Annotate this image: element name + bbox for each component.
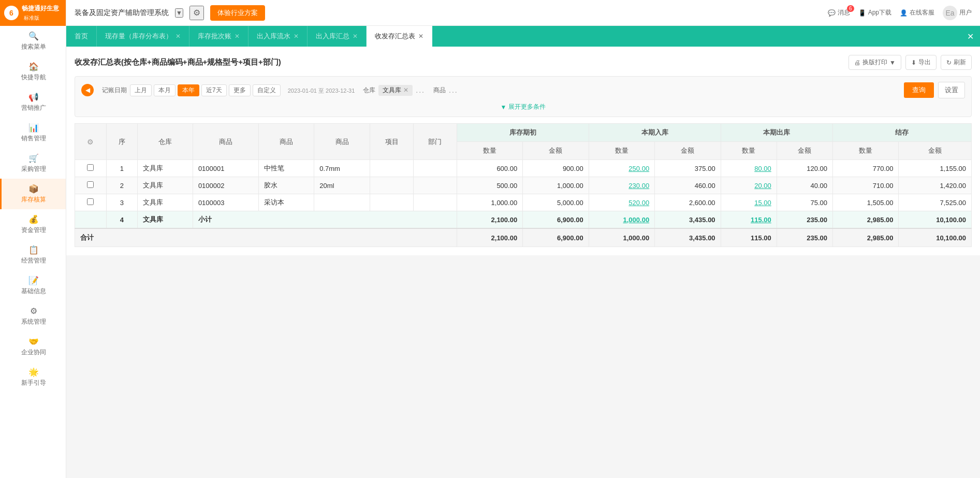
- query-button[interactable]: 查询: [904, 82, 934, 98]
- row-in-qty-0[interactable]: 250.00: [589, 160, 654, 177]
- expand-conditions-btn[interactable]: ▼ 展开更多条件: [81, 103, 965, 111]
- sidebar-item-search[interactable]: 🔍搜索菜单: [0, 26, 66, 56]
- subtotal-label: 小计: [193, 211, 457, 229]
- date-btn-this-year[interactable]: 本年: [178, 84, 199, 96]
- sidebar-item-inventory[interactable]: 📦库存核算: [0, 179, 66, 209]
- sidebar-label-basic-info: 基础信息: [21, 287, 46, 296]
- subtotal-in-qty[interactable]: 1,000.00: [589, 211, 654, 229]
- tab-receive-send-summary[interactable]: 收发存汇总表✕: [367, 26, 432, 47]
- tab-batch-account[interactable]: 库存批次账✕: [189, 26, 248, 47]
- warehouse-tag-close[interactable]: ✕: [403, 86, 408, 94]
- print-icon: 🖨: [854, 59, 860, 66]
- tab-in-out-flow[interactable]: 出入库流水✕: [248, 26, 308, 47]
- download-icon: 📱: [858, 9, 866, 17]
- row-in-qty-1[interactable]: 230.00: [589, 177, 654, 194]
- col-goods-name-header: 商品: [259, 124, 314, 160]
- row-out-qty-1[interactable]: 20.00: [721, 177, 777, 194]
- message-action[interactable]: 💬 消息 6: [828, 8, 850, 17]
- total-label: 合计: [75, 228, 457, 247]
- row-checkbox-0[interactable]: [75, 160, 107, 177]
- col-closing-header: 结存: [832, 124, 971, 142]
- date-btn-7days[interactable]: 近7天: [201, 84, 227, 96]
- row-out-amt-1: 40.00: [777, 177, 832, 194]
- row-checkbox-1[interactable]: [75, 177, 107, 194]
- date-btn-custom[interactable]: 自定义: [253, 84, 281, 96]
- tab-close-batch-account[interactable]: ✕: [235, 33, 240, 40]
- refresh-button[interactable]: ↻ 刷新: [941, 55, 972, 70]
- date-btn-more[interactable]: 更多: [229, 84, 251, 96]
- sidebar-logo: 6 畅捷通好生意 标准版: [0, 0, 66, 26]
- date-btn-this-month[interactable]: 本月: [154, 84, 175, 96]
- sidebar-item-system[interactable]: ⚙系统管理: [0, 301, 66, 331]
- goods-filter: 商品 ...: [433, 86, 458, 95]
- tab-close-receive-send-summary[interactable]: ✕: [418, 33, 423, 40]
- row-project-0: [370, 160, 414, 177]
- search-icon: 🔍: [28, 31, 39, 41]
- row-out-amt-2: 75.00: [777, 194, 832, 211]
- row-checkbox-2[interactable]: [75, 194, 107, 211]
- sidebar-label-enterprise: 企业协同: [21, 348, 46, 357]
- avatar: Ea: [943, 6, 957, 20]
- sidebar-item-quick-nav[interactable]: 🏠快捷导航: [0, 56, 66, 87]
- online-service-action[interactable]: 👤 在线客服: [900, 8, 934, 17]
- user-action[interactable]: Ea 用户: [943, 6, 972, 20]
- app-download-action[interactable]: 📱 App下载: [858, 8, 891, 17]
- tab-close-in-out-summary[interactable]: ✕: [353, 33, 358, 40]
- col-goods-code-header: 商品: [193, 124, 259, 160]
- tab-inventory-dist[interactable]: 现存量（库存分布表）✕: [97, 26, 189, 47]
- tab-bar-close[interactable]: ✕: [961, 32, 980, 41]
- table-row: 1 文具库 0100001 中性笔 0.7mm 600.00 900.00 25…: [75, 160, 972, 177]
- system-dropdown[interactable]: ▼: [175, 8, 183, 18]
- system-icon: ⚙: [30, 306, 37, 316]
- filter-settings-button[interactable]: 设置: [938, 82, 965, 98]
- sidebar-label-sales: 销售管理: [21, 134, 46, 143]
- header-left: 装备及固定资产辅助管理系统 ▼ ⚙ 体验行业方案: [75, 5, 265, 21]
- table-container: ⚙ 序 仓库 商品 商品 商品 项目 部门 库存期初 本期入库: [75, 123, 972, 247]
- row-close-amt-0: 1,155.00: [899, 160, 972, 177]
- row-out-qty-0[interactable]: 80.00: [721, 160, 777, 177]
- subtotal-out-amt: 235.00: [777, 211, 832, 229]
- subtotal-close-amt: 10,100.00: [899, 211, 972, 229]
- tab-in-out-summary[interactable]: 出入库汇总✕: [308, 26, 367, 47]
- title-actions: 🖨 换版打印 ▼ ⬇ 导出 ↻ 刷新: [849, 55, 972, 70]
- date-filter: 记账日期 上月 本月 本年 近7天 更多 自定义 2023-01-01 至 20…: [102, 84, 355, 96]
- warehouse-ellipsis[interactable]: ...: [416, 86, 425, 94]
- col-goods-spec-header: 商品: [314, 124, 370, 160]
- col-out-amt-header: 金额: [777, 142, 832, 160]
- export-button[interactable]: ⬇ 导出: [905, 55, 937, 70]
- goods-ellipsis[interactable]: ...: [449, 86, 458, 94]
- sidebar-label-inventory: 库存核算: [21, 195, 46, 204]
- sidebar-item-enterprise[interactable]: 🤝企业协同: [0, 331, 66, 362]
- sidebar-item-marketing[interactable]: 📢营销推广: [0, 87, 66, 118]
- logo-text: 畅捷通好生意 标准版: [22, 4, 59, 22]
- date-buttons: 上月 本月 本年 近7天 更多 自定义: [130, 84, 281, 96]
- row-in-qty-2[interactable]: 520.00: [589, 194, 654, 211]
- row-open-amt-1: 1,000.00: [523, 177, 589, 194]
- table-settings-icon[interactable]: ⚙: [87, 138, 94, 146]
- total-out-amt: 235.00: [777, 228, 832, 247]
- subtotal-checkbox: [75, 211, 107, 229]
- settings-icon-btn[interactable]: ⚙: [189, 6, 204, 20]
- sidebar-item-business[interactable]: 📋经营管理: [0, 240, 66, 270]
- sidebar-item-sales[interactable]: 📊销售管理: [0, 118, 66, 148]
- tab-close-inventory-dist[interactable]: ✕: [175, 33, 181, 40]
- sidebar-item-purchase[interactable]: 🛒采购管理: [0, 148, 66, 179]
- subtotal-out-qty[interactable]: 115.00: [721, 211, 777, 229]
- trial-button[interactable]: 体验行业方案: [210, 5, 265, 21]
- row-warehouse-1: 文具库: [138, 177, 193, 194]
- tab-close-in-out-flow[interactable]: ✕: [294, 33, 299, 40]
- row-out-qty-2[interactable]: 15.00: [721, 194, 777, 211]
- sidebar-item-new-guide[interactable]: 🌟新手引导: [0, 362, 66, 393]
- col-settings[interactable]: ⚙: [75, 124, 107, 160]
- tab-home[interactable]: 首页: [66, 26, 97, 47]
- page-area: 收发存汇总表(按仓库+商品编码+商品+规格型号+项目+部门) 🖨 换版打印 ▼ …: [66, 47, 980, 478]
- sidebar-item-finance[interactable]: 💰资金管理: [0, 209, 66, 240]
- sidebar-item-basic-info[interactable]: 📝基础信息: [0, 270, 66, 301]
- filter-row: ◀ 记账日期 上月 本月 本年 近7天 更多 自定义: [81, 82, 965, 98]
- tab-label-batch-account: 库存批次账: [198, 32, 231, 41]
- filter-collapse-btn[interactable]: ◀: [81, 84, 94, 96]
- row-project-1: [370, 177, 414, 194]
- print-button[interactable]: 🖨 换版打印 ▼: [849, 55, 901, 70]
- date-btn-prev-month[interactable]: 上月: [130, 84, 152, 96]
- col-opening-header: 库存期初: [457, 124, 589, 142]
